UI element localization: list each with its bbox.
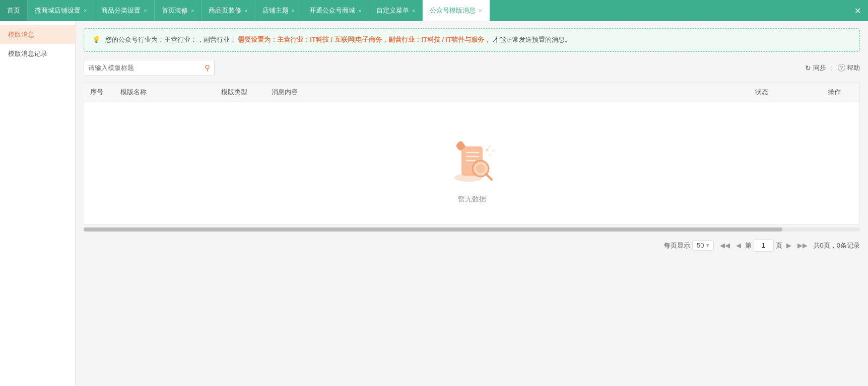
nav-tab-product-decor-label: 商品页装修: [209, 6, 241, 15]
sidebar-item-template-msg-log[interactable]: 模版消息记录: [0, 44, 75, 63]
nav-tab-store[interactable]: 微商城店铺设置 ×: [28, 0, 94, 21]
scrollbar-thumb[interactable]: [84, 227, 782, 231]
nav-tab-product-decor[interactable]: 商品页装修 ×: [202, 0, 255, 21]
page-size-value: 50: [697, 242, 704, 249]
notice-box: 💡 您的公众号行业为：主营行业：，副营行业： 需要设置为：主营行业：IT科技 /…: [84, 28, 860, 52]
col-header-status: 状态: [749, 82, 810, 102]
close-icon[interactable]: ×: [358, 8, 361, 14]
page-total: 共0页，0条记录: [814, 241, 860, 250]
data-table: 序号 模版名称 模版类型 消息内容 状态 操作: [84, 82, 860, 224]
svg-line-6: [486, 174, 492, 180]
nav-tab-theme-label: 店铺主题: [262, 6, 289, 15]
help-button[interactable]: ? 帮助: [838, 63, 860, 72]
table-header-row: 序号 模版名称 模版类型 消息内容 状态 操作: [84, 82, 860, 102]
page-size-dropdown[interactable]: 50 ▾: [692, 240, 713, 251]
pagination: 每页显示 50 ▾ ◀◀ ◀ 第 页 ▶ ▶▶ 共0页，0条记录: [84, 235, 860, 254]
next-page-button[interactable]: ▶: [784, 241, 793, 250]
empty-state: 暂无数据: [84, 102, 859, 224]
close-all-icon: ✕: [854, 7, 861, 15]
sync-help-area: ↻ 同步 | ? 帮助: [805, 63, 860, 72]
close-icon[interactable]: ×: [84, 8, 87, 14]
nav-tab-template-msg-label: 公众号模版消息: [430, 6, 476, 15]
close-icon[interactable]: ×: [479, 8, 482, 14]
nav-tab-category[interactable]: 商品分类设置 ×: [94, 0, 154, 21]
close-icon[interactable]: ×: [412, 8, 415, 14]
close-icon[interactable]: ×: [191, 8, 194, 14]
question-icon: ?: [838, 64, 845, 71]
page-nav: ◀◀ ◀ 第 页 ▶ ▶▶: [718, 240, 810, 252]
col-header-index: 序号: [84, 82, 114, 102]
search-icon[interactable]: ⚲: [205, 63, 210, 72]
sidebar-item-template-msg[interactable]: 模版消息: [0, 25, 75, 44]
search-row: ⚲ ↻ 同步 | ? 帮助: [84, 60, 860, 76]
page-size-select: 每页显示 50 ▾: [664, 240, 713, 251]
col-header-name: 模版名称: [114, 82, 215, 102]
close-icon[interactable]: ×: [244, 8, 247, 14]
nav-tab-theme[interactable]: 店铺主题 ×: [255, 0, 302, 21]
close-icon[interactable]: ×: [292, 8, 295, 14]
nav-tab-mall-label: 开通公众号商城: [309, 6, 355, 15]
refresh-icon: ↻: [805, 64, 811, 72]
last-page-button[interactable]: ▶▶: [795, 241, 810, 250]
search-input-wrap: ⚲: [84, 60, 215, 76]
page-label-suf: 页: [776, 241, 782, 250]
nav-tab-category-label: 商品分类设置: [101, 6, 141, 15]
nav-tab-home-decor-label: 首页装修: [162, 6, 188, 15]
close-icon[interactable]: ×: [144, 8, 147, 14]
sync-label: 同步: [813, 63, 826, 72]
help-label: 帮助: [847, 63, 860, 72]
col-header-action: 操作: [810, 82, 860, 102]
notice-suffix: 才能正常发送预置的消息。: [493, 36, 571, 43]
nav-tab-menu[interactable]: 自定义菜单 ×: [369, 0, 423, 21]
first-page-button[interactable]: ◀◀: [718, 241, 732, 250]
notice-highlight: 需要设置为：主营行业：IT科技 / 互联网|电子商务，副营行业：IT科技 / I…: [238, 36, 491, 43]
col-header-type: 模版类型: [215, 82, 265, 102]
nav-tab-template-msg[interactable]: 公众号模版消息 ×: [423, 0, 489, 21]
empty-text: 暂无数据: [458, 195, 486, 204]
search-input[interactable]: [88, 64, 205, 71]
sidebar-item-template-msg-label: 模版消息: [8, 31, 34, 38]
nav-tab-store-label: 微商城店铺设置: [35, 6, 81, 15]
nav-tab-home-decor[interactable]: 首页装修 ×: [155, 0, 202, 21]
svg-point-7: [486, 148, 489, 151]
page-label-pre: 第: [745, 241, 752, 250]
empty-illustration: [444, 132, 500, 188]
prev-page-button[interactable]: ◀: [734, 241, 743, 250]
content-area: 💡 您的公众号行业为：主营行业：，副营行业： 需要设置为：主营行业：IT科技 /…: [76, 21, 868, 386]
sidebar: 模版消息 模版消息记录: [0, 21, 76, 386]
horizontal-scrollbar[interactable]: [84, 227, 860, 231]
nav-tab-home[interactable]: 首页: [0, 0, 28, 21]
sync-button[interactable]: ↻ 同步: [805, 63, 826, 72]
svg-line-10: [492, 150, 495, 151]
page-size-label: 每页显示: [664, 241, 690, 250]
notice-prefix: 您的公众号行业为：主营行业：，副营行业：: [105, 36, 236, 43]
nav-tab-mall[interactable]: 开通公众号商城 ×: [302, 0, 369, 21]
main-layout: 模版消息 模版消息记录 💡 您的公众号行业为：主营行业：，副营行业： 需要设置为…: [0, 21, 868, 386]
nav-tab-menu-label: 自定义菜单: [376, 6, 409, 15]
svg-point-8: [489, 154, 491, 156]
lightbulb-icon: 💡: [92, 36, 100, 43]
pipe-divider: |: [831, 64, 833, 71]
chevron-down-icon: ▾: [706, 242, 709, 249]
nav-tab-home-label: 首页: [7, 6, 20, 15]
page-number-input[interactable]: [754, 240, 774, 252]
svg-line-9: [489, 145, 491, 147]
sidebar-item-template-msg-log-label: 模版消息记录: [8, 50, 47, 57]
col-header-content: 消息内容: [265, 82, 749, 102]
top-nav: 首页 微商城店铺设置 × 商品分类设置 × 首页装修 × 商品页装修 × 店铺主…: [0, 0, 868, 21]
close-all-button[interactable]: ✕: [847, 6, 868, 16]
